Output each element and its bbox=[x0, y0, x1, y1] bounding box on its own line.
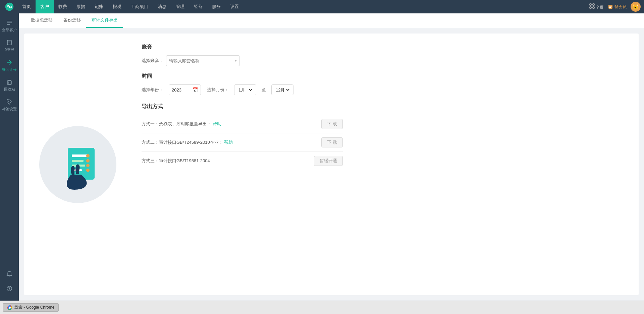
app-body: 全部客户 0申报 账套迁移 回收站 bbox=[0, 13, 644, 301]
month-start-select[interactable]: 1月2月3月4月 5月6月7月8月 9月10月11月12月 bbox=[234, 84, 256, 95]
svg-point-19 bbox=[86, 164, 90, 167]
sidebar-item-recycle[interactable]: 回收站 bbox=[0, 75, 19, 95]
sidebar-item-tag-settings[interactable]: 标签设置 bbox=[0, 95, 19, 115]
export-method-1-download-btn[interactable]: 下 载 bbox=[321, 119, 343, 129]
svg-rect-7 bbox=[7, 40, 11, 45]
month-start-select-input[interactable]: 1月2月3月4月 5月6月7月8月 9月10月11月12月 bbox=[237, 87, 253, 93]
taskbar-item-label: 线索 - Google Chrome bbox=[14, 305, 54, 310]
account-select-row: 选择账套： ▾ bbox=[142, 55, 343, 66]
sidebar-item-all-customers[interactable]: 全部客户 bbox=[0, 16, 19, 36]
export-method-3-soon-btn[interactable]: 暂缓开通 bbox=[314, 156, 343, 166]
nav-billing[interactable]: 收费 bbox=[54, 0, 72, 13]
account-section-title: 账套 bbox=[142, 44, 343, 51]
nav-customer[interactable]: 客户 bbox=[36, 0, 54, 13]
app-logo[interactable] bbox=[3, 1, 15, 13]
svg-rect-14 bbox=[72, 160, 84, 162]
svg-rect-3 bbox=[593, 4, 594, 5]
svg-point-20 bbox=[86, 169, 90, 172]
tab-bar: 数据包迁移 备份迁移 审计文件导出 bbox=[19, 13, 644, 28]
sidebar-bottom bbox=[0, 267, 19, 301]
tab-backup-migration[interactable]: 备份迁移 bbox=[58, 13, 86, 28]
svg-rect-13 bbox=[72, 154, 89, 157]
year-input[interactable] bbox=[172, 87, 190, 92]
export-method-3-text: 方式三：审计接口GB/T19581-2004 bbox=[142, 158, 210, 164]
chrome-icon bbox=[7, 305, 12, 310]
fullscreen-btn[interactable]: 全屏 bbox=[589, 3, 604, 10]
nav-manage[interactable]: 管理 bbox=[171, 0, 189, 13]
form-area: 账套 选择账套： ▾ 时间 选择年份： 📅 bbox=[142, 44, 343, 285]
tab-audit-export[interactable]: 审计文件导出 bbox=[86, 13, 123, 28]
nav-message[interactable]: 消息 bbox=[153, 0, 171, 13]
top-nav: 首页 客户 收费 票据 记账 报税 工商项目 消息 管理 经营 服务 设置 全屏 bbox=[0, 0, 644, 13]
svg-point-18 bbox=[86, 159, 90, 163]
top-nav-right: 全屏 畅会员 🐱 bbox=[589, 2, 641, 12]
main-content: 数据包迁移 备份迁移 审计文件导出 bbox=[19, 13, 644, 301]
svg-point-22 bbox=[9, 307, 11, 309]
svg-point-11 bbox=[9, 290, 10, 290]
calendar-icon: 📅 bbox=[192, 87, 198, 92]
nav-settings[interactable]: 设置 bbox=[225, 0, 244, 13]
sidebar-item-zero-declaration[interactable]: 0申报 bbox=[0, 36, 19, 56]
time-row: 选择年份： 📅 选择月份： 1月2月3月4月 5月6月7月8月 9月10月11月… bbox=[142, 84, 343, 95]
svg-rect-2 bbox=[590, 4, 591, 5]
export-section: 导出方式 方式一：余额表、序时账批量导出： 帮助 下 载 方式二：审计接口GB/… bbox=[142, 103, 343, 170]
nav-home[interactable]: 首页 bbox=[17, 0, 36, 13]
member-btn[interactable]: 畅会员 bbox=[608, 4, 627, 10]
nav-invoice[interactable]: 票据 bbox=[72, 0, 90, 13]
month-start-label: 选择月份： bbox=[207, 87, 229, 93]
tab-data-migration[interactable]: 数据包迁移 bbox=[25, 13, 58, 28]
sidebar-item-notification[interactable] bbox=[0, 267, 19, 280]
nav-accounting[interactable]: 记账 bbox=[90, 0, 108, 13]
sidebar-item-account-migration[interactable]: 账套迁移 bbox=[0, 56, 19, 75]
export-method-1-text: 方式一：余额表、序时账批量导出： 帮助 bbox=[142, 121, 221, 127]
time-separator: 至 bbox=[262, 87, 266, 93]
month-end-select-input[interactable]: 1月2月3月4月 5月6月7月8月 9月10月11月12月 bbox=[274, 87, 290, 93]
svg-rect-4 bbox=[590, 7, 591, 8]
export-method-2-download-btn[interactable]: 下 载 bbox=[321, 137, 343, 147]
year-label: 选择年份： bbox=[142, 87, 163, 93]
export-method-2-help-link[interactable]: 帮助 bbox=[224, 140, 233, 145]
year-input-wrapper[interactable]: 📅 bbox=[169, 84, 201, 95]
export-section-title: 导出方式 bbox=[142, 103, 343, 110]
taskbar: 线索 - Google Chrome bbox=[0, 301, 644, 314]
svg-rect-8 bbox=[7, 81, 11, 84]
nav-service[interactable]: 服务 bbox=[207, 0, 225, 13]
chevron-down-icon: ▾ bbox=[235, 58, 237, 63]
account-input[interactable] bbox=[169, 58, 235, 63]
nav-items: 首页 客户 收费 票据 记账 报税 工商项目 消息 管理 经营 服务 设置 bbox=[17, 0, 589, 13]
nav-business[interactable]: 工商项目 bbox=[126, 0, 153, 13]
nav-tax[interactable]: 报税 bbox=[108, 0, 126, 13]
illustration-circle bbox=[39, 126, 116, 203]
month-end-select[interactable]: 1月2月3月4月 5月6月7月8月 9月10月11月12月 bbox=[271, 84, 293, 95]
export-method-3: 方式三：审计接口GB/T19581-2004 暂缓开通 bbox=[142, 152, 343, 170]
page-body: 账套 选择账套： ▾ 时间 选择年份： 📅 bbox=[24, 34, 639, 295]
sidebar-item-help[interactable] bbox=[0, 282, 19, 295]
svg-rect-5 bbox=[593, 7, 594, 8]
export-method-1: 方式一：余额表、序时账批量导出： 帮助 下 载 bbox=[142, 115, 343, 133]
account-select-wrapper[interactable]: ▾ bbox=[166, 55, 240, 66]
illustration-area bbox=[34, 44, 121, 285]
account-select-label: 选择账套： bbox=[142, 58, 163, 64]
time-section-title: 时间 bbox=[142, 73, 343, 80]
sidebar: 全部客户 0申报 账套迁移 回收站 bbox=[0, 13, 19, 301]
export-method-2-text: 方式二：审计接口GB/T24589-2010企业： 帮助 bbox=[142, 139, 233, 145]
nav-operation[interactable]: 经营 bbox=[189, 0, 207, 13]
export-method-2: 方式二：审计接口GB/T24589-2010企业： 帮助 下 载 bbox=[142, 133, 343, 152]
svg-point-17 bbox=[86, 154, 90, 158]
export-method-1-help-link[interactable]: 帮助 bbox=[213, 121, 221, 126]
taskbar-chrome-item[interactable]: 线索 - Google Chrome bbox=[3, 303, 59, 312]
svg-point-9 bbox=[8, 101, 9, 102]
user-avatar[interactable]: 🐱 bbox=[631, 2, 641, 12]
svg-point-1 bbox=[8, 6, 10, 7]
